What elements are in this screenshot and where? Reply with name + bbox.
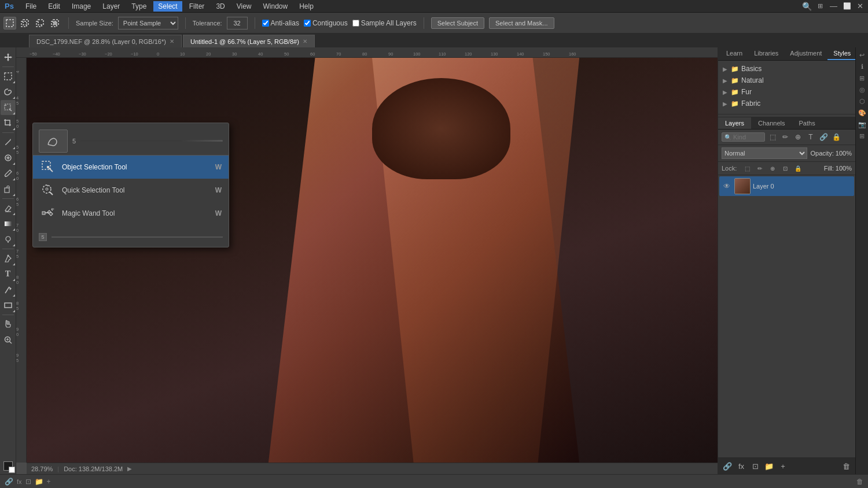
app-icon[interactable]: Ps bbox=[5, 2, 14, 10]
canvas-image[interactable] bbox=[27, 58, 718, 463]
style-cat-fur[interactable]: ▶ 📁 Fur bbox=[718, 86, 855, 98]
ri-camera-btn[interactable]: 📷 bbox=[857, 119, 867, 130]
menu-image[interactable]: Image bbox=[67, 1, 95, 12]
tab-file1[interactable]: DSC_1799.NEF @ 28.8% (Layer 0, RGB/16*) … bbox=[29, 35, 182, 47]
dodge-tool-btn[interactable] bbox=[1, 232, 16, 247]
pen-tool-btn[interactable] bbox=[1, 251, 16, 266]
lasso-tool-btn[interactable] bbox=[1, 84, 16, 99]
selection-tool-btn[interactable] bbox=[1, 100, 16, 115]
layers-tab-layers[interactable]: Layers bbox=[718, 117, 751, 129]
ri-swatches-btn[interactable]: 🎨 bbox=[857, 108, 867, 118]
style-cat-natural[interactable]: ▶ 📁 Natural bbox=[718, 75, 855, 86]
intersect-selection-btn[interactable] bbox=[49, 17, 61, 29]
path-selection-btn[interactable] bbox=[1, 282, 16, 297]
layers-bottom-icon-2[interactable]: fx bbox=[17, 478, 22, 485]
stamp-tool-btn[interactable] bbox=[1, 182, 16, 197]
layers-filter-btn-6[interactable]: 🔒 bbox=[831, 132, 841, 142]
menu-select[interactable]: Select bbox=[153, 1, 182, 12]
opacity-value[interactable]: 100% bbox=[836, 150, 852, 157]
link-layers-btn[interactable]: 🔗 bbox=[722, 460, 733, 472]
lock-transparent-btn[interactable]: ⬚ bbox=[742, 164, 752, 173]
panel-tab-adjustment[interactable]: Adjustment bbox=[784, 47, 827, 60]
quick-selection-tool-item[interactable]: Quick Selection Tool W bbox=[33, 179, 229, 202]
sample-size-select[interactable]: Point Sample 3 by 3 Average 5 by 5 Avera… bbox=[118, 17, 178, 29]
layers-tab-channels[interactable]: Channels bbox=[751, 117, 792, 129]
blend-mode-select[interactable]: Normal Multiply Screen Overlay bbox=[722, 147, 807, 159]
zoom-tool-btn[interactable] bbox=[1, 332, 16, 347]
healing-tool-btn[interactable] bbox=[1, 150, 16, 165]
style-cat-fabric[interactable]: ▶ 📁 Fabric bbox=[718, 98, 855, 109]
gradient-tool-btn[interactable] bbox=[1, 216, 16, 231]
eraser-tool-btn[interactable] bbox=[1, 201, 16, 216]
style-cat-basics[interactable]: ▶ 📁 Basics bbox=[718, 63, 855, 75]
layers-filter-input[interactable] bbox=[733, 134, 762, 141]
menu-edit[interactable]: Edit bbox=[43, 1, 65, 12]
layer-item-0[interactable]: 👁 Layer 0 bbox=[719, 176, 854, 196]
menu-3d[interactable]: 3D bbox=[211, 1, 229, 12]
status-arrow[interactable]: ▶ bbox=[127, 465, 132, 472]
panel-tab-styles[interactable]: Styles bbox=[827, 47, 855, 60]
select-subject-button[interactable]: Select Subject bbox=[431, 17, 484, 29]
marquee-tool-btn[interactable] bbox=[1, 69, 16, 84]
eyedropper-tool-btn[interactable] bbox=[1, 135, 16, 150]
menu-layer[interactable]: Layer bbox=[98, 1, 124, 12]
tab-close-1[interactable]: ✕ bbox=[170, 38, 174, 45]
lock-all-btn[interactable]: 🔒 bbox=[793, 164, 803, 173]
ri-paths-btn[interactable]: ⬡ bbox=[857, 96, 867, 106]
new-selection-btn[interactable] bbox=[3, 17, 16, 29]
background-color[interactable] bbox=[9, 467, 15, 473]
layers-bottom-icon-trash[interactable]: 🗑 bbox=[856, 478, 863, 486]
canvas-area[interactable]: −50 −40 −30 −20 −10 0 10 20 30 40 50 60 … bbox=[16, 47, 718, 474]
sample-all-layers-checkbox[interactable]: Sample All Layers bbox=[352, 19, 417, 27]
layers-search[interactable]: 🔍 bbox=[722, 132, 765, 142]
select-mask-button[interactable]: Select and Mask... bbox=[489, 17, 554, 29]
ri-history-btn[interactable]: ↩ bbox=[857, 50, 867, 60]
lock-position-btn[interactable]: ⊕ bbox=[768, 164, 777, 173]
layer-visibility-0[interactable]: 👁 bbox=[722, 181, 732, 191]
magic-wand-tool-item[interactable]: Magic Wand Tool W bbox=[33, 202, 229, 225]
menu-file[interactable]: File bbox=[21, 1, 41, 12]
shape-tool-btn[interactable] bbox=[1, 298, 16, 313]
layers-filter-btn-5[interactable]: 🔗 bbox=[818, 132, 829, 142]
search-icon[interactable]: 🔍 bbox=[802, 2, 812, 11]
menu-filter[interactable]: Filter bbox=[185, 1, 209, 12]
ri-info-btn[interactable]: ℹ bbox=[857, 61, 867, 72]
lock-artboard-btn[interactable]: ⊡ bbox=[781, 164, 790, 173]
layers-filter-btn-3[interactable]: ⊕ bbox=[793, 132, 803, 142]
tab-close-2[interactable]: ✕ bbox=[303, 38, 307, 45]
brush-tool-btn[interactable] bbox=[1, 166, 16, 181]
fill-value[interactable]: 100% bbox=[836, 165, 852, 172]
add-mask-btn[interactable]: ⊡ bbox=[749, 460, 761, 472]
move-tool-btn[interactable] bbox=[1, 50, 16, 65]
anti-alias-checkbox[interactable]: Anti-alias bbox=[262, 19, 299, 27]
panel-tab-learn[interactable]: Learn bbox=[720, 47, 748, 60]
layers-filter-btn-2[interactable]: ✏ bbox=[780, 132, 790, 142]
menu-window[interactable]: Window bbox=[259, 1, 293, 12]
lock-image-btn[interactable]: ✏ bbox=[755, 164, 764, 173]
menu-type[interactable]: Type bbox=[127, 1, 151, 12]
layers-bottom-icon-1[interactable]: 🔗 bbox=[5, 478, 13, 486]
ri-channels-btn[interactable]: ◎ bbox=[857, 84, 867, 95]
minimize-btn[interactable]: — bbox=[830, 2, 837, 10]
new-layer-btn[interactable]: + bbox=[777, 460, 789, 472]
new-group-btn[interactable]: 📁 bbox=[763, 460, 775, 472]
subtract-selection-btn[interactable] bbox=[34, 17, 46, 29]
delete-layer-btn[interactable]: 🗑 bbox=[840, 460, 852, 472]
layers-bottom-icon-4[interactable]: 📁 bbox=[35, 478, 43, 486]
layers-filter-btn-4[interactable]: T bbox=[806, 132, 816, 142]
tab-file2[interactable]: Untitled-1 @ 66.7% (Layer 5, RGB/8#) ✕ bbox=[183, 35, 315, 47]
object-selection-tool-item[interactable]: Object Selection Tool W bbox=[33, 156, 229, 179]
close-btn[interactable]: ✕ bbox=[857, 2, 863, 10]
layers-bottom-icon-5[interactable]: + bbox=[47, 478, 51, 486]
layers-bottom-icon-3[interactable]: ⊡ bbox=[25, 478, 31, 486]
layers-tab-paths[interactable]: Paths bbox=[792, 117, 822, 129]
layers-filter-btn-1[interactable]: ⬚ bbox=[767, 132, 778, 142]
foreground-color[interactable] bbox=[3, 461, 13, 471]
menu-help[interactable]: Help bbox=[295, 1, 318, 12]
add-style-btn[interactable]: fx bbox=[735, 460, 747, 472]
hand-tool-btn[interactable] bbox=[1, 317, 16, 332]
tolerance-input[interactable] bbox=[227, 17, 248, 29]
text-tool-btn[interactable]: T bbox=[1, 267, 16, 282]
crop-tool-btn[interactable] bbox=[1, 116, 16, 131]
contiguous-checkbox[interactable]: Contiguous bbox=[304, 19, 348, 27]
